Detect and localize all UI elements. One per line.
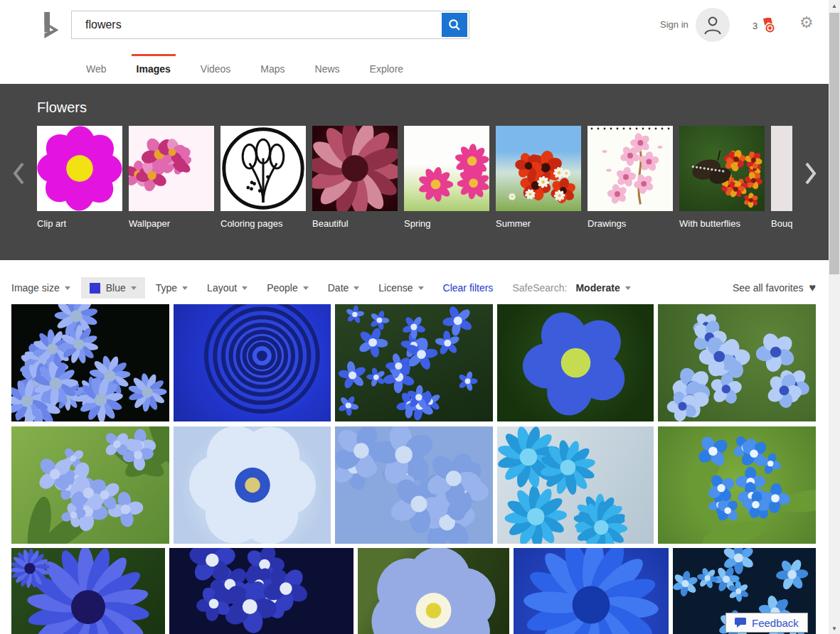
related-search-label: Summer bbox=[496, 218, 581, 229]
blue-color-swatch bbox=[90, 283, 100, 294]
see-all-favorites-link[interactable]: See all favorites ♥ bbox=[733, 282, 816, 294]
scroll-up-arrow[interactable]: ▲ bbox=[829, 0, 840, 11]
related-search-image[interactable] bbox=[771, 126, 792, 211]
related-search-image[interactable] bbox=[588, 126, 673, 211]
related-search-label: Drawings bbox=[588, 218, 673, 229]
image-result[interactable] bbox=[658, 304, 816, 421]
image-result[interactable] bbox=[335, 426, 493, 544]
related-search-image[interactable] bbox=[496, 126, 581, 211]
related-search-tile[interactable]: Bouquets bbox=[771, 126, 792, 254]
filter-blue[interactable]: Blue bbox=[81, 277, 145, 299]
scrollbar-thumb[interactable] bbox=[829, 13, 839, 274]
chevron-down-icon bbox=[182, 286, 188, 290]
tab-explore[interactable]: Explore bbox=[370, 63, 403, 75]
image-result[interactable] bbox=[11, 548, 165, 634]
bing-logo[interactable] bbox=[40, 11, 61, 39]
chevron-down-icon bbox=[131, 286, 137, 290]
related-search-image[interactable] bbox=[37, 126, 122, 211]
person-icon bbox=[703, 15, 722, 35]
related-search-tile[interactable]: Coloring pages bbox=[220, 126, 306, 254]
safesearch-dropdown[interactable]: Moderate bbox=[575, 282, 630, 294]
search-box bbox=[71, 11, 469, 39]
carousel-items: Clip artWallpaperColoring pagesBeautiful… bbox=[37, 126, 792, 254]
safesearch-value: Moderate bbox=[575, 282, 620, 294]
favorites-label: See all favorites bbox=[733, 282, 804, 294]
chevron-down-icon bbox=[418, 286, 424, 290]
tab-web[interactable]: Web bbox=[86, 63, 107, 75]
chevron-down-icon bbox=[303, 286, 309, 290]
feedback-bubble-icon bbox=[735, 618, 746, 628]
related-search-tile[interactable]: With butterflies bbox=[679, 126, 765, 254]
related-searches-carousel: Flowers Clip artWallpaperColoring pagesB… bbox=[0, 84, 829, 260]
related-search-label: Coloring pages bbox=[220, 218, 306, 229]
related-search-image[interactable] bbox=[129, 126, 214, 211]
filter-type[interactable]: Type bbox=[156, 282, 188, 294]
rewards-count: 3 bbox=[753, 21, 757, 31]
tab-news[interactable]: News bbox=[315, 63, 340, 75]
image-result[interactable] bbox=[11, 426, 169, 544]
related-search-tile[interactable]: Wallpaper bbox=[129, 126, 214, 254]
carousel-title: Flowers bbox=[37, 100, 87, 116]
related-search-tile[interactable]: Drawings bbox=[588, 126, 673, 254]
clear-filters-link[interactable]: Clear filters bbox=[443, 282, 494, 294]
carousel-prev-button[interactable] bbox=[10, 159, 28, 188]
filter-layout[interactable]: Layout bbox=[207, 282, 248, 294]
related-search-image[interactable] bbox=[312, 126, 398, 211]
image-result[interactable] bbox=[169, 548, 353, 634]
feedback-label: Feedback bbox=[752, 617, 799, 629]
chevron-down-icon bbox=[353, 286, 359, 290]
filter-label: People bbox=[267, 282, 298, 294]
rewards-medal-icon bbox=[762, 18, 776, 33]
image-result[interactable] bbox=[174, 304, 331, 421]
filter-license[interactable]: License bbox=[378, 282, 423, 294]
search-button[interactable] bbox=[442, 13, 467, 37]
image-result[interactable] bbox=[658, 426, 816, 544]
filter-image-size[interactable]: Image size bbox=[11, 282, 70, 294]
search-icon bbox=[447, 18, 462, 32]
carousel-next-button[interactable] bbox=[801, 159, 819, 188]
avatar[interactable] bbox=[696, 8, 730, 42]
related-search-image[interactable] bbox=[220, 126, 306, 211]
chevron-right-icon bbox=[801, 159, 819, 188]
related-search-image[interactable] bbox=[404, 126, 489, 211]
tab-videos[interactable]: Videos bbox=[201, 63, 231, 75]
chevron-down-icon bbox=[625, 286, 631, 290]
image-result[interactable] bbox=[174, 426, 331, 544]
related-search-label: Wallpaper bbox=[129, 218, 214, 229]
image-result[interactable] bbox=[514, 548, 669, 634]
search-input[interactable] bbox=[72, 11, 440, 38]
feedback-button[interactable]: Feedback bbox=[725, 613, 808, 633]
related-search-label: Beautiful bbox=[312, 218, 398, 229]
gear-icon[interactable]: ⚙ bbox=[799, 15, 814, 31]
related-search-label: Bouquets bbox=[771, 218, 792, 229]
image-result[interactable] bbox=[497, 304, 654, 421]
tab-maps[interactable]: Maps bbox=[260, 63, 285, 75]
related-search-tile[interactable]: Spring bbox=[404, 126, 489, 254]
filter-label: Image size bbox=[11, 282, 60, 294]
sign-in-link[interactable]: Sign in bbox=[660, 19, 689, 30]
filter-label: Layout bbox=[207, 282, 237, 294]
image-result[interactable] bbox=[497, 426, 654, 544]
scroll-down-arrow[interactable]: ▼ bbox=[829, 623, 840, 634]
related-search-label: Spring bbox=[404, 218, 489, 229]
filter-people[interactable]: People bbox=[267, 282, 309, 294]
related-search-tile[interactable]: Clip art bbox=[37, 126, 122, 254]
filter-label: Type bbox=[156, 282, 177, 294]
header: Sign in 3 ⚙ bbox=[0, 0, 829, 44]
related-search-tile[interactable]: Beautiful bbox=[312, 126, 398, 254]
page-scrollbar[interactable]: ▲ ▼ bbox=[829, 0, 840, 634]
image-result[interactable] bbox=[11, 304, 169, 421]
filter-label: Date bbox=[328, 282, 349, 294]
rewards-badge[interactable]: 3 bbox=[753, 18, 776, 33]
heart-icon: ♥ bbox=[809, 282, 817, 294]
related-search-image[interactable] bbox=[679, 126, 765, 211]
search-vertical-tabs: WebImagesVideosMapsNewsExplore bbox=[86, 44, 403, 84]
bing-image-search-page: Sign in 3 ⚙ WebImagesVideosMapsNewsExplo… bbox=[0, 0, 840, 634]
image-result[interactable] bbox=[358, 548, 509, 634]
filter-date[interactable]: Date bbox=[328, 282, 360, 294]
tab-images[interactable]: Images bbox=[137, 63, 171, 75]
filter-bar: Image sizeBlueTypeLayoutPeopleDateLicens… bbox=[11, 276, 816, 300]
related-search-tile[interactable]: Summer bbox=[496, 126, 581, 254]
filter-label: Blue bbox=[106, 282, 126, 294]
image-result[interactable] bbox=[335, 304, 493, 421]
